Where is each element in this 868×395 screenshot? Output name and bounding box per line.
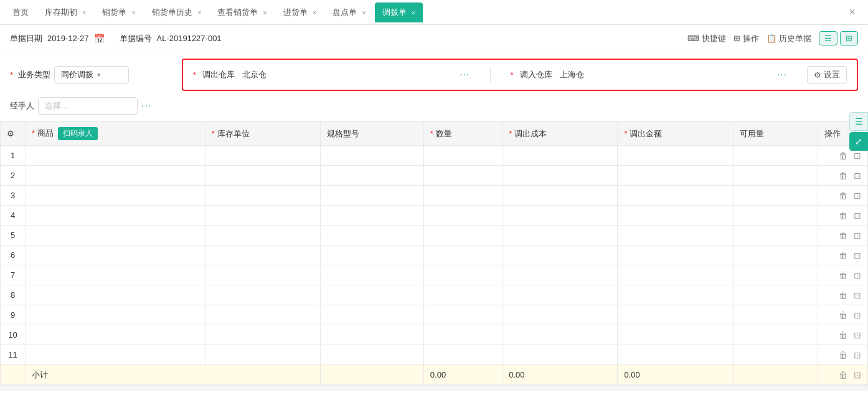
tab-check-sales-close[interactable]: ×	[263, 9, 267, 16]
copy-icon[interactable]: ⊡	[854, 171, 861, 181]
row-cost[interactable]	[502, 285, 618, 305]
row-qty[interactable]	[423, 166, 502, 186]
delete-icon[interactable]: 🗑	[839, 250, 847, 260]
copy-icon[interactable]: ⊡	[854, 330, 861, 340]
row-available[interactable]	[733, 226, 818, 245]
row-spec[interactable]	[321, 285, 424, 305]
tab-purchase-order-close[interactable]: ×	[313, 9, 316, 16]
row-product[interactable]	[26, 206, 205, 226]
row-spec[interactable]	[321, 265, 424, 285]
row-cost[interactable]	[502, 226, 618, 245]
row-qty[interactable]	[423, 325, 502, 345]
copy-icon[interactable]: ⊡	[854, 191, 861, 201]
subtotal-copy-icon[interactable]: ⊡	[854, 370, 861, 380]
tab-transfer-order[interactable]: 调拨单 ×	[375, 2, 423, 22]
row-unit[interactable]	[205, 285, 320, 305]
row-cost[interactable]	[502, 325, 618, 345]
copy-icon[interactable]: ⊡	[854, 270, 861, 280]
row-cost[interactable]	[502, 345, 618, 365]
copy-icon[interactable]: ⊡	[854, 151, 861, 161]
row-amount[interactable]	[618, 305, 733, 325]
row-spec[interactable]	[321, 345, 424, 365]
row-available[interactable]	[733, 265, 818, 285]
tab-purchase-order[interactable]: 进货单 ×	[276, 2, 324, 22]
row-cost[interactable]	[502, 305, 618, 325]
row-available[interactable]	[733, 345, 818, 365]
row-product[interactable]	[26, 166, 205, 186]
delete-icon[interactable]: 🗑	[839, 350, 847, 360]
row-product[interactable]	[26, 285, 205, 305]
row-spec[interactable]	[321, 146, 424, 166]
row-amount[interactable]	[618, 226, 733, 245]
grid-view-button[interactable]: ⊞	[840, 31, 858, 45]
delete-icon[interactable]: 🗑	[839, 231, 847, 240]
delete-icon[interactable]: 🗑	[839, 191, 847, 201]
row-available[interactable]	[733, 325, 818, 345]
row-spec[interactable]	[321, 206, 424, 226]
row-unit[interactable]	[205, 325, 320, 345]
row-amount[interactable]	[618, 146, 733, 166]
tab-sales-order-close[interactable]: ×	[131, 9, 135, 16]
settings-button[interactable]: ⚙ 设置	[807, 66, 847, 83]
tab-inventory-check-close[interactable]: ×	[362, 9, 366, 16]
delete-icon[interactable]: 🗑	[839, 211, 847, 221]
row-qty[interactable]	[423, 245, 502, 265]
tab-home[interactable]: 首页	[5, 2, 36, 22]
row-product[interactable]	[26, 265, 205, 285]
row-unit[interactable]	[205, 226, 320, 245]
row-qty[interactable]	[423, 305, 502, 325]
history-button[interactable]: 📋 历史单据	[767, 33, 811, 44]
row-product[interactable]	[26, 345, 205, 365]
row-available[interactable]	[733, 186, 818, 206]
tab-check-sales[interactable]: 查看销货单 ×	[210, 2, 274, 22]
row-qty[interactable]	[423, 226, 502, 245]
table-scrollbar[interactable]	[0, 385, 868, 391]
row-unit[interactable]	[205, 206, 320, 226]
row-spec[interactable]	[321, 166, 424, 186]
row-product[interactable]	[26, 186, 205, 206]
row-unit[interactable]	[205, 345, 320, 365]
row-spec[interactable]	[321, 325, 424, 345]
delete-icon[interactable]: 🗑	[839, 310, 847, 320]
row-product[interactable]	[26, 146, 205, 166]
subtotal-delete-icon[interactable]: 🗑	[839, 370, 847, 380]
row-qty[interactable]	[423, 186, 502, 206]
row-amount[interactable]	[618, 325, 733, 345]
row-amount[interactable]	[618, 245, 733, 265]
row-unit[interactable]	[205, 245, 320, 265]
row-unit[interactable]	[205, 265, 320, 285]
delete-icon[interactable]: 🗑	[839, 290, 847, 300]
tab-transfer-order-close[interactable]: ×	[412, 9, 415, 16]
row-cost[interactable]	[502, 146, 618, 166]
row-qty[interactable]	[423, 265, 502, 285]
row-amount[interactable]	[618, 186, 733, 206]
row-amount[interactable]	[618, 265, 733, 285]
delete-icon[interactable]: 🗑	[839, 270, 847, 280]
row-cost[interactable]	[502, 186, 618, 206]
row-product[interactable]	[26, 245, 205, 265]
tab-inventory-init-close[interactable]: ×	[82, 9, 86, 16]
tab-sales-history[interactable]: 销货单历史 ×	[144, 2, 209, 22]
row-unit[interactable]	[205, 166, 320, 186]
row-amount[interactable]	[618, 166, 733, 186]
row-available[interactable]	[733, 146, 818, 166]
row-cost[interactable]	[502, 166, 618, 186]
tab-sales-history-close[interactable]: ×	[197, 9, 201, 16]
transfer-in-more-button[interactable]: ···	[777, 69, 787, 80]
row-unit[interactable]	[205, 186, 320, 206]
row-amount[interactable]	[618, 285, 733, 305]
row-product[interactable]	[26, 325, 205, 345]
row-spec[interactable]	[321, 245, 424, 265]
copy-icon[interactable]: ⊡	[854, 350, 861, 360]
operations-button[interactable]: ⊞ 操作	[734, 33, 759, 44]
close-all-button[interactable]: ×	[841, 6, 863, 19]
row-available[interactable]	[733, 206, 818, 226]
handler-more-button[interactable]: ···	[141, 100, 151, 112]
calendar-icon[interactable]: 📅	[94, 34, 105, 44]
row-qty[interactable]	[423, 345, 502, 365]
row-available[interactable]	[733, 245, 818, 265]
copy-icon[interactable]: ⊡	[854, 231, 861, 240]
row-available[interactable]	[733, 166, 818, 186]
col-gear[interactable]: ⚙	[1, 122, 26, 146]
delete-icon[interactable]: 🗑	[839, 151, 847, 161]
